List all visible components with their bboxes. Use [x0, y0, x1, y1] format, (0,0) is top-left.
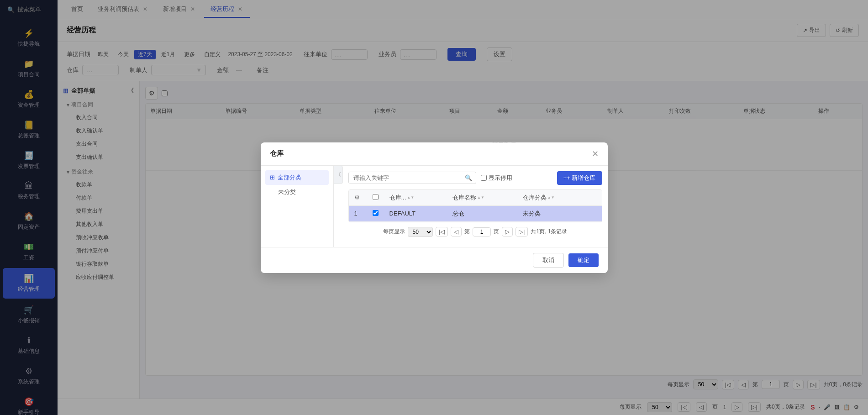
row-name: 总仓 [447, 205, 517, 221]
modal-header: 仓库 ✕ [261, 142, 608, 166]
modal-first-page[interactable]: |◁ [436, 227, 448, 236]
modal-body: ⊞ 全部分类 未分类 《 🔍 [261, 166, 608, 247]
plus-icon: + [563, 174, 567, 181]
modal-tree: ⊞ 全部分类 未分类 [261, 166, 334, 247]
modal-col-name: 仓库名称 ▲▼ [447, 190, 517, 206]
modal-close-button[interactable]: ✕ [592, 149, 599, 159]
row-num: 1 [349, 205, 367, 221]
add-warehouse-button[interactable]: + + 新增仓库 [557, 171, 602, 185]
modal-tree-collapse[interactable]: 《 [334, 166, 343, 184]
col-code-sort[interactable]: 仓库... ▲▼ [389, 194, 415, 202]
modal-confirm-button[interactable]: 确定 [568, 253, 599, 267]
modal-table: ⚙ 仓库... ▲▼ [349, 190, 602, 222]
modal-pagination: 每页显示 50 100 |◁ ◁ 第 页 ▷ ▷| 共1页, 1条记录 [348, 222, 602, 242]
row-checkbox[interactable] [373, 210, 379, 216]
modal-page-label: 页 [494, 228, 499, 236]
row-checkbox-cell [367, 205, 384, 221]
show-disabled-checkbox[interactable] [481, 175, 487, 181]
modal-prev-page[interactable]: ◁ [451, 227, 462, 236]
col-cat-label: 仓库分类 [523, 194, 547, 202]
modal-page-size-select[interactable]: 50 100 [408, 227, 433, 237]
modal-title: 仓库 [270, 149, 284, 158]
modal-cancel-button[interactable]: 取消 [533, 253, 564, 268]
modal-search[interactable]: 🔍 [348, 172, 476, 184]
modal-last-page[interactable]: ▷| [516, 227, 528, 236]
modal-col-checkbox [367, 190, 384, 206]
modal-next-page[interactable]: ▷ [502, 227, 513, 236]
modal-search-input[interactable] [349, 172, 461, 184]
row-category: 未分类 [517, 205, 602, 221]
modal-col-gear: ⚙ [349, 190, 367, 206]
modal-tree-uncat-label: 未分类 [278, 188, 296, 196]
modal-footer: 取消 确定 [261, 247, 608, 273]
modal-page-input[interactable] [473, 227, 491, 236]
col-cat-sort[interactable]: 仓库分类 ▲▼ [523, 194, 555, 202]
modal-total-label: 共1页, 1条记录 [531, 228, 567, 236]
col-gear-icon: ⚙ [354, 194, 360, 201]
modal-content-area: 🔍 显示停用 + + 新增仓库 [343, 166, 608, 247]
modal-page-pre: 第 [464, 228, 470, 236]
show-disabled-label[interactable]: 显示停用 [481, 174, 512, 182]
col-name-sort[interactable]: 仓库名称 ▲▼ [452, 194, 484, 202]
modal-tree-all-categories[interactable]: ⊞ 全部分类 [265, 170, 329, 185]
sort-arrows-code: ▲▼ [407, 196, 414, 200]
warehouse-modal: 仓库 ✕ ⊞ 全部分类 未分类 《 [261, 142, 608, 273]
modal-tree-all-label: 全部分类 [278, 173, 301, 182]
modal-col-code: 仓库... ▲▼ [384, 190, 447, 206]
add-warehouse-label: + 新增仓库 [567, 174, 595, 182]
modal-tree-uncategorized[interactable]: 未分类 [265, 185, 329, 200]
modal-table-row[interactable]: 1 DEFAULT 总仓 未分类 [349, 205, 602, 221]
show-disabled-text: 显示停用 [489, 174, 512, 182]
modal-page-size-label: 每页显示 [383, 228, 405, 236]
sort-arrows-name: ▲▼ [477, 196, 484, 200]
modal-select-all[interactable] [373, 194, 379, 200]
modal-table-container: ⚙ 仓库... ▲▼ [348, 189, 602, 222]
modal-toolbar: 🔍 显示停用 + + 新增仓库 [348, 171, 602, 185]
modal-col-category: 仓库分类 ▲▼ [517, 190, 602, 206]
grid-icon-modal: ⊞ [270, 174, 275, 181]
row-code: DEFAULT [384, 205, 447, 221]
col-name-label: 仓库名称 [452, 194, 476, 202]
modal-overlay: 仓库 ✕ ⊞ 全部分类 未分类 《 [0, 0, 868, 415]
col-code-label: 仓库... [389, 194, 406, 202]
modal-search-icon[interactable]: 🔍 [461, 172, 476, 184]
sort-arrows-cat: ▲▼ [547, 196, 555, 200]
